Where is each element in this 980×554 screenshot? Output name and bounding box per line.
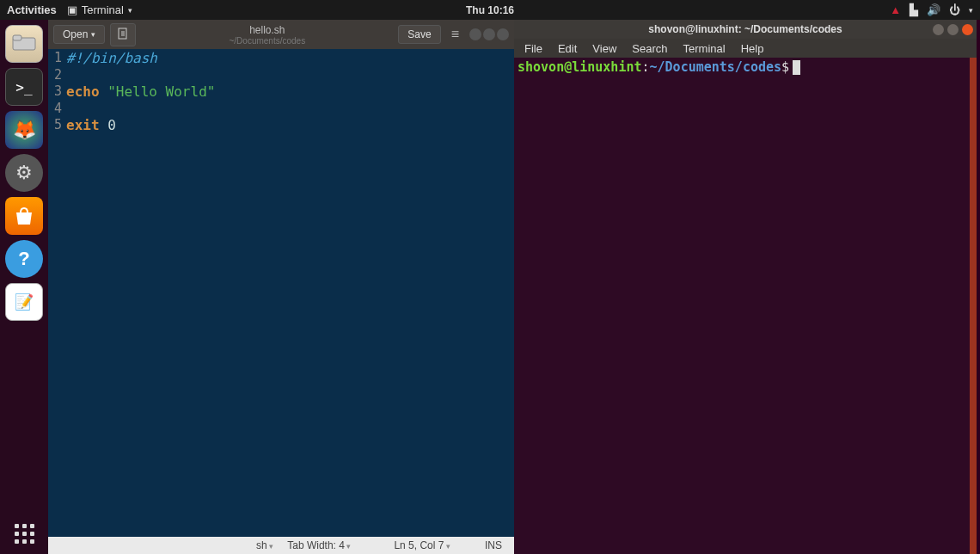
gedit-window: Open▾ hello.sh ~/Documents/codes Save ≡ … bbox=[48, 20, 514, 554]
open-button[interactable]: Open▾ bbox=[53, 25, 105, 44]
software-launcher[interactable] bbox=[5, 197, 43, 235]
hamburger-menu[interactable]: ≡ bbox=[446, 27, 464, 42]
gedit-statusbar: sh Tab Width: 4 Ln 5, Col 7 INS bbox=[48, 537, 514, 554]
settings-launcher[interactable]: ⚙ bbox=[5, 154, 43, 192]
launcher-dock: >_ 🦊 ⚙ ? 📝 bbox=[0, 20, 48, 554]
svg-rect-1 bbox=[13, 35, 21, 40]
language-selector[interactable]: sh bbox=[251, 539, 279, 551]
save-button[interactable]: Save bbox=[398, 25, 440, 44]
terminal-launcher[interactable]: >_ bbox=[5, 68, 43, 106]
terminal-titlebar[interactable]: shovon@linuxhint: ~/Documents/codes bbox=[514, 20, 977, 39]
show-apps-button[interactable] bbox=[15, 524, 34, 544]
terminal-cursor bbox=[793, 60, 800, 75]
menu-search[interactable]: Search bbox=[625, 40, 674, 57]
cursor-position[interactable]: Ln 5, Col 7 bbox=[389, 539, 456, 551]
maximize-button[interactable] bbox=[483, 28, 495, 40]
clock[interactable]: Thu 10:16 bbox=[466, 4, 514, 16]
chevron-down-icon: ▾ bbox=[128, 6, 132, 15]
prompt-dollar: $ bbox=[781, 59, 789, 75]
volume-icon[interactable]: 🔊 bbox=[927, 3, 940, 16]
menu-help[interactable]: Help bbox=[734, 40, 771, 57]
window-title: shovon@linuxhint: ~/Documents/codes bbox=[648, 23, 842, 35]
close-button[interactable] bbox=[497, 28, 509, 40]
help-launcher[interactable]: ? bbox=[5, 240, 43, 278]
chevron-down-icon: ▾ bbox=[91, 30, 95, 39]
network-icon[interactable]: ▙ bbox=[910, 3, 918, 16]
prompt-userhost: shovon@linuxhint bbox=[518, 59, 642, 75]
terminal-icon: ▣ bbox=[67, 3, 77, 16]
power-icon[interactable]: ⏻ bbox=[949, 3, 960, 16]
terminal-window: shovon@linuxhint: ~/Documents/codes File… bbox=[514, 20, 977, 554]
terminal-menubar: File Edit View Search Terminal Help bbox=[514, 39, 977, 58]
warning-icon[interactable]: ▲ bbox=[890, 3, 901, 16]
code-content[interactable]: #!/bin/bash echo "Hello World" exit 0 bbox=[64, 49, 514, 537]
insert-mode[interactable]: INS bbox=[480, 539, 507, 551]
chevron-down-icon[interactable]: ▾ bbox=[969, 6, 973, 15]
files-launcher[interactable] bbox=[5, 25, 43, 63]
menu-file[interactable]: File bbox=[518, 40, 549, 57]
minimize-button[interactable] bbox=[933, 24, 944, 35]
editor-area[interactable]: 1 2 3 4 5 #!/bin/bash echo "Hello World"… bbox=[48, 49, 514, 537]
close-button[interactable] bbox=[962, 24, 973, 35]
gedit-headerbar: Open▾ hello.sh ~/Documents/codes Save ≡ bbox=[48, 20, 514, 49]
new-document-icon bbox=[117, 28, 129, 40]
maximize-button[interactable] bbox=[947, 24, 959, 35]
minimize-button[interactable] bbox=[469, 28, 481, 40]
tab-width-selector[interactable]: Tab Width: 4 bbox=[282, 539, 356, 551]
app-menu-label: Terminal bbox=[82, 3, 124, 16]
menu-view[interactable]: View bbox=[585, 40, 623, 57]
activities-button[interactable]: Activities bbox=[7, 3, 57, 16]
text-editor-launcher[interactable]: 📝 bbox=[5, 283, 43, 321]
menu-edit[interactable]: Edit bbox=[551, 40, 584, 57]
firefox-launcher[interactable]: 🦊 bbox=[5, 111, 43, 149]
terminal-body[interactable]: shovon@linuxhint:~/Documents/codes$ bbox=[514, 58, 977, 554]
menu-terminal[interactable]: Terminal bbox=[677, 40, 732, 57]
new-tab-button[interactable] bbox=[110, 23, 136, 46]
system-topbar: Activities ▣ Terminal ▾ Thu 10:16 ▲ ▙ 🔊 … bbox=[0, 0, 980, 20]
scrollbar[interactable] bbox=[970, 58, 977, 554]
gedit-title: hello.sh ~/Documents/codes bbox=[141, 24, 393, 46]
prompt-path: ~/Documents/codes bbox=[650, 59, 782, 75]
app-menu[interactable]: ▣ Terminal ▾ bbox=[67, 3, 132, 16]
line-gutter: 1 2 3 4 5 bbox=[48, 49, 64, 537]
